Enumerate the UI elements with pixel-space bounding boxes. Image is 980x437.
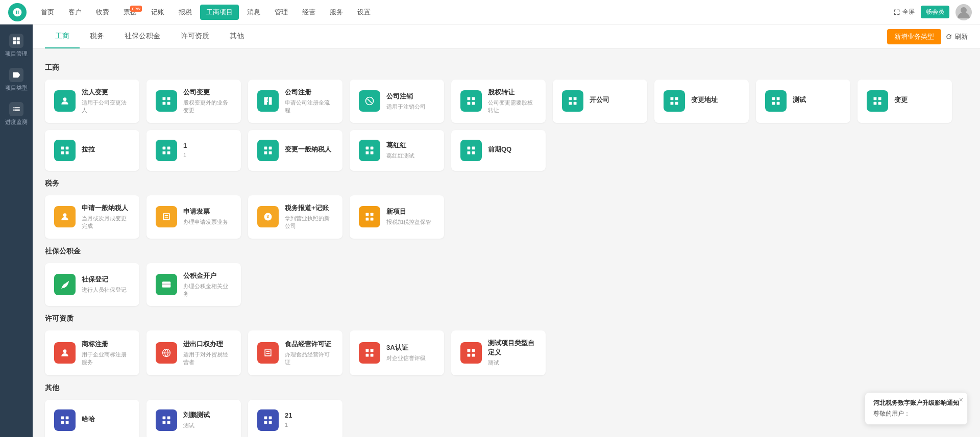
top-nav: 首页客户收费票据new记账报税工商项目消息管理经营服务设置 全屏 畅会员	[0, 0, 980, 24]
card-lala[interactable]: 拉拉	[45, 130, 139, 171]
main-content: 工商税务社保公积金许可资质其他 新增业务类型 刷新 工商 法人变更 适用于公司变…	[33, 24, 980, 437]
svg-rect-32	[61, 146, 64, 149]
card-title-lala: 拉拉	[82, 145, 130, 154]
card-change-tax[interactable]: 变更一般纳税人	[248, 130, 342, 171]
svg-rect-75	[163, 416, 166, 419]
card-desc-tax-report: 拿到营业执照的新公司	[285, 215, 333, 230]
card-desc-company-cancel: 适用于注销公司	[386, 103, 435, 111]
card-icon-mohonghong	[359, 140, 380, 161]
sidebar-item-project-type[interactable]: 项目类型	[0, 63, 33, 97]
sidebar-item-project-manage[interactable]: 项目管理	[0, 29, 33, 63]
svg-rect-17	[574, 97, 577, 100]
card-one1[interactable]: 1 1	[146, 130, 241, 171]
nav-item-message[interactable]: 消息	[241, 5, 266, 20]
card-qianqi-qq[interactable]: 前期QQ	[451, 130, 546, 171]
card-tax-report[interactable]: ¥ 税务报道+记账 拿到营业执照的新公司	[248, 195, 342, 239]
card-food-license[interactable]: 食品经营许可证 办理食品经营许可证	[248, 330, 342, 375]
card-title-gjj-open: 公积金开户	[183, 271, 232, 280]
card-change1[interactable]: 变更	[857, 80, 952, 123]
card-shebao-register[interactable]: 社保登记 进行人员社保登记	[45, 263, 139, 306]
card-icon-change1	[867, 90, 888, 112]
nav-item-service[interactable]: 服务	[324, 5, 349, 20]
nav-item-operations[interactable]: 经营	[296, 5, 322, 20]
card-info-test1: 测试	[793, 95, 841, 107]
new-type-btn[interactable]: 新增业务类型	[887, 29, 941, 44]
card-company-cancel[interactable]: 公司注销 适用于注销公司	[350, 80, 444, 123]
card-info-trademark: 商标注册 用于企业商标注册服务	[82, 340, 130, 367]
card-mohonghong[interactable]: 葛红红 葛红红测试	[350, 130, 444, 171]
svg-rect-24	[772, 97, 775, 100]
card-apply-tax[interactable]: 申请一般纳税人 当月或次月成变更完成	[45, 195, 139, 239]
cards-grid-shuiwu-section: 申请一般纳税人 当月或次月成变更完成 申请发票 办理申请发票业务 ¥ 税务报道+…	[45, 195, 968, 239]
card-open-company[interactable]: 开公司	[553, 80, 647, 123]
svg-rect-76	[167, 416, 170, 419]
sub-tab-gongshang[interactable]: 工商	[45, 24, 80, 48]
nav-item-home[interactable]: 首页	[35, 5, 60, 20]
card-test1[interactable]: 测试	[756, 80, 850, 123]
sub-tab-shuiwu[interactable]: 税务	[80, 24, 114, 48]
svg-rect-29	[878, 97, 881, 100]
notification-body: 尊敬的用户：	[873, 409, 959, 418]
card-company-change[interactable]: 公司变更 股权变更外的业务变更	[146, 80, 241, 123]
card-3a-cert[interactable]: 3A认证 对企业信誉评级	[350, 330, 444, 375]
svg-rect-37	[167, 146, 170, 149]
notification-close[interactable]: ×	[959, 396, 963, 404]
card-icon-liupeng-test	[156, 409, 177, 431]
card-liupeng-test[interactable]: 刘鹏测试 测试	[146, 400, 241, 437]
card-desc-liupeng-test: 测试	[183, 422, 232, 429]
card-gjj-open[interactable]: 公积金开户 办理公积金相关业务	[146, 263, 241, 306]
svg-rect-19	[574, 102, 577, 105]
sub-tab-other[interactable]: 其他	[219, 24, 254, 48]
svg-rect-18	[569, 102, 572, 105]
card-equity-transfer[interactable]: 股权转让 公司变更需要股权转让	[451, 80, 546, 123]
card-title-tax-report: 税务报道+记账	[285, 203, 333, 213]
card-legal-change[interactable]: 法人变更 适用于公司变更法人	[45, 80, 139, 123]
nav-item-client[interactable]: 客户	[62, 5, 88, 20]
svg-rect-22	[671, 102, 674, 105]
nav-item-billing[interactable]: 收费	[90, 5, 115, 20]
card-icon-shebao-register	[54, 274, 76, 295]
app-logo[interactable]	[8, 3, 27, 21]
nav-item-settings[interactable]: 设置	[351, 5, 377, 20]
fullscreen-btn[interactable]: 全屏	[893, 8, 915, 16]
member-btn[interactable]: 畅会员	[921, 6, 949, 18]
svg-rect-3	[13, 41, 16, 44]
card-trademark[interactable]: 商标注册 用于企业商标注册服务	[45, 330, 139, 375]
sub-tab-shebao[interactable]: 社保公积金	[114, 24, 170, 48]
svg-rect-48	[468, 146, 471, 149]
card-test-type[interactable]: 测试项目类型自定义 测试	[451, 330, 546, 375]
sub-tab-xuke[interactable]: 许可资质	[170, 24, 219, 48]
svg-point-61	[63, 349, 67, 353]
refresh-btn[interactable]: 刷新	[945, 32, 968, 41]
svg-rect-27	[777, 102, 780, 105]
nav-item-bizproject[interactable]: 工商项目	[200, 5, 239, 20]
card-new-project[interactable]: 新项目 报税加税控盘保管	[350, 195, 444, 239]
card-info-twenty-one: 21 1	[285, 412, 333, 429]
svg-rect-4	[17, 41, 20, 44]
card-apply-invoice[interactable]: 申请发票 办理申请发票业务	[146, 195, 241, 239]
sub-header: 工商税务社保公积金许可资质其他 新增业务类型 刷新	[33, 24, 980, 49]
card-change-address[interactable]: 变更地址	[654, 80, 749, 123]
section-title-gongshang-section: 工商	[45, 63, 968, 72]
sidebar-item-progress-monitor[interactable]: 进度监测	[0, 97, 33, 131]
card-icon-tax-report: ¥	[257, 206, 279, 227]
cards-grid-gongshang-section: 法人变更 适用于公司变更法人 公司变更 股权变更外的业务变更 公司注册 申请公司…	[45, 80, 968, 171]
card-info-food-license: 食品经营许可证 办理食品经营许可证	[285, 340, 333, 367]
user-avatar[interactable]	[955, 4, 972, 20]
card-info-test-type: 测试项目类型自定义 测试	[488, 339, 536, 367]
card-company-register[interactable]: 公司注册 申请公司注册全流程	[248, 80, 342, 123]
nav-item-tax[interactable]: 报税	[173, 5, 198, 20]
card-title-apply-invoice: 申请发票	[183, 207, 232, 216]
svg-rect-21	[675, 97, 678, 100]
nav-item-manage[interactable]: 管理	[268, 5, 294, 20]
nav-item-accounting[interactable]: 记账	[145, 5, 170, 20]
card-twenty-one[interactable]: 21 1	[248, 400, 342, 437]
svg-rect-49	[472, 146, 475, 149]
card-title-company-change: 公司变更	[183, 88, 232, 97]
card-import-export[interactable]: 进出口权办理 适用于对外贸易经营者	[146, 330, 241, 375]
card-haha[interactable]: 哈哈	[45, 400, 139, 437]
svg-rect-71	[61, 416, 64, 419]
svg-rect-45	[371, 146, 374, 149]
svg-rect-81	[264, 421, 267, 424]
nav-item-ticket[interactable]: 票据new	[117, 5, 143, 20]
